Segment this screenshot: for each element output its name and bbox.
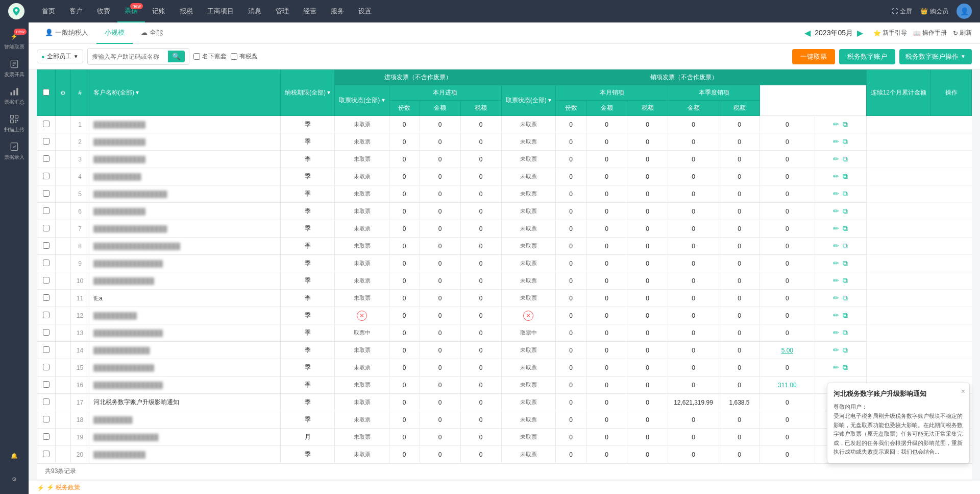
- row-checkbox[interactable]: [43, 173, 50, 179]
- copy-btn[interactable]: ⧉: [842, 362, 849, 373]
- row-checkbox[interactable]: [43, 416, 50, 422]
- row-checkbox[interactable]: [43, 381, 50, 388]
- vip-btn[interactable]: 👑 购会员: [920, 7, 948, 16]
- row-checkbox[interactable]: [43, 451, 50, 457]
- yijian-qupiao-btn[interactable]: 一键取票: [792, 49, 835, 64]
- row-checkbox[interactable]: [43, 242, 50, 249]
- edit-btn[interactable]: ✏: [832, 119, 840, 129]
- edit-btn[interactable]: ✏: [832, 275, 840, 286]
- user-avatar[interactable]: 👤: [957, 4, 972, 19]
- mingxia-checkbox[interactable]: [193, 53, 200, 60]
- copy-btn[interactable]: ⧉: [842, 171, 849, 182]
- nav-item-shezhi[interactable]: 设置: [351, 0, 379, 22]
- nav-item-piaoju[interactable]: 票据 new: [117, 0, 145, 22]
- copy-btn[interactable]: ⧉: [842, 310, 849, 321]
- nav-item-gongshang[interactable]: 工商项目: [200, 0, 241, 22]
- copy-btn[interactable]: ⧉: [842, 154, 849, 164]
- date-next-btn[interactable]: ▶: [857, 28, 863, 38]
- row-checkbox[interactable]: [43, 294, 50, 301]
- sidebar-item-zhideng[interactable]: ⚡ 智能取票 new: [0, 27, 29, 54]
- row-checkbox[interactable]: [43, 121, 50, 127]
- shuiwu-caozuo-btn[interactable]: 税务数字账户操作 ▼: [899, 49, 972, 64]
- tax-policy-bar[interactable]: ⚡ ⚡ 税务政策: [29, 481, 980, 494]
- employee-filter[interactable]: ● 全部员工 ▼: [37, 50, 83, 63]
- copy-btn[interactable]: ⧉: [842, 293, 849, 303]
- youshpan-checkbox[interactable]: [231, 53, 237, 60]
- tab-yiban[interactable]: 👤 一般纳税人: [37, 22, 96, 44]
- search-button[interactable]: 🔍: [168, 51, 185, 62]
- search-input[interactable]: [92, 53, 170, 60]
- row-checkbox[interactable]: [43, 346, 50, 353]
- copy-btn[interactable]: ⧉: [842, 189, 849, 199]
- row-checkbox[interactable]: [43, 260, 50, 266]
- nav-item-guanli[interactable]: 管理: [268, 0, 296, 22]
- date-prev-btn[interactable]: ◀: [804, 28, 811, 38]
- row-checkbox[interactable]: [43, 433, 50, 440]
- youshpan-checkbox-label[interactable]: 有税盘: [231, 52, 258, 61]
- tab-quanbu[interactable]: ☁ 全能: [133, 22, 171, 44]
- row-actions: ✏ ⧉: [815, 185, 866, 203]
- sidebar-item-settings[interactable]: ⚙: [0, 469, 29, 489]
- sidebar-item-luru[interactable]: 票据录入: [0, 137, 29, 164]
- row-checkbox[interactable]: [43, 277, 50, 284]
- sidebar-item-huizong[interactable]: 票据汇总: [0, 82, 29, 109]
- nav-item-jizhang[interactable]: 记账: [145, 0, 173, 22]
- nav-item-fuwu[interactable]: 服务: [324, 0, 351, 22]
- edit-btn[interactable]: ✏: [832, 258, 840, 268]
- th-settings[interactable]: ⚙: [56, 70, 71, 116]
- th-nadi[interactable]: 纳税期限(全部) ▾: [281, 70, 335, 116]
- copy-btn[interactable]: ⧉: [842, 275, 849, 286]
- fullscreen-btn[interactable]: ⛶ 全屏: [892, 7, 912, 16]
- copy-btn[interactable]: ⧉: [842, 345, 849, 356]
- row-checkbox[interactable]: [43, 138, 50, 145]
- row-checkbox[interactable]: [43, 225, 50, 231]
- edit-btn[interactable]: ✏: [832, 293, 840, 303]
- row-checkbox[interactable]: [43, 364, 50, 370]
- th-xiao-status[interactable]: 取票状态(全部) ▾: [501, 85, 555, 116]
- edit-btn[interactable]: ✏: [832, 136, 840, 147]
- nav-item-xiaoxi[interactable]: 消息: [241, 0, 268, 22]
- sidebar-item-notice[interactable]: 🔔: [0, 446, 29, 465]
- shuiwu-digital-btn[interactable]: 税务数字账户: [839, 49, 895, 64]
- edit-btn[interactable]: ✏: [832, 189, 840, 199]
- edit-btn[interactable]: ✏: [832, 362, 840, 372]
- caozuo-shouce-btn[interactable]: 📖 操作手册: [913, 29, 947, 37]
- copy-btn[interactable]: ⧉: [842, 206, 849, 217]
- tab-xiaogui[interactable]: 小规模: [96, 22, 133, 44]
- copy-btn[interactable]: ⧉: [842, 327, 849, 338]
- copy-btn[interactable]: ⧉: [842, 241, 849, 251]
- edit-btn[interactable]: ✏: [832, 206, 840, 216]
- edit-btn[interactable]: ✏: [832, 241, 840, 251]
- row-checkbox[interactable]: [43, 190, 50, 197]
- edit-btn[interactable]: ✏: [832, 223, 840, 233]
- copy-btn[interactable]: ⧉: [842, 136, 849, 147]
- nav-item-jingying[interactable]: 经营: [296, 0, 324, 22]
- row-checkbox[interactable]: [43, 312, 50, 318]
- copy-btn[interactable]: ⧉: [842, 119, 849, 130]
- copy-btn[interactable]: ⧉: [842, 223, 849, 234]
- row-checkbox[interactable]: [43, 155, 50, 162]
- notification-close-btn[interactable]: ×: [961, 387, 965, 395]
- row-checkbox[interactable]: [43, 329, 50, 336]
- edit-btn[interactable]: ✏: [832, 327, 840, 338]
- row-num: 10: [71, 272, 89, 290]
- nav-item-customer[interactable]: 客户: [62, 0, 90, 22]
- th-name[interactable]: 客户名称(全部) ▾: [89, 70, 281, 116]
- xinshou-yindao-btn[interactable]: ⭐ 新手引导: [873, 29, 907, 37]
- shuaxin-btn[interactable]: ↻ 刷新: [953, 29, 972, 37]
- nav-item-shoufei[interactable]: 收费: [90, 0, 117, 22]
- sidebar-item-kaipiao[interactable]: 发票开具: [0, 54, 29, 82]
- row-checkbox[interactable]: [43, 207, 50, 214]
- edit-btn[interactable]: ✏: [832, 310, 840, 320]
- sidebar-item-saomiao[interactable]: 扫描上传: [0, 109, 29, 137]
- copy-btn[interactable]: ⧉: [842, 258, 849, 269]
- edit-btn[interactable]: ✏: [832, 345, 840, 355]
- row-checkbox[interactable]: [43, 398, 50, 405]
- select-all-checkbox[interactable]: [43, 89, 50, 96]
- nav-item-baoshui[interactable]: 报税: [173, 0, 200, 22]
- nav-item-home[interactable]: 首页: [35, 0, 62, 22]
- edit-btn[interactable]: ✏: [832, 171, 840, 181]
- mingxia-checkbox-label[interactable]: 名下账套: [193, 52, 227, 61]
- edit-btn[interactable]: ✏: [832, 154, 840, 164]
- th-jin-status[interactable]: 取票状态(全部) ▾: [335, 85, 389, 116]
